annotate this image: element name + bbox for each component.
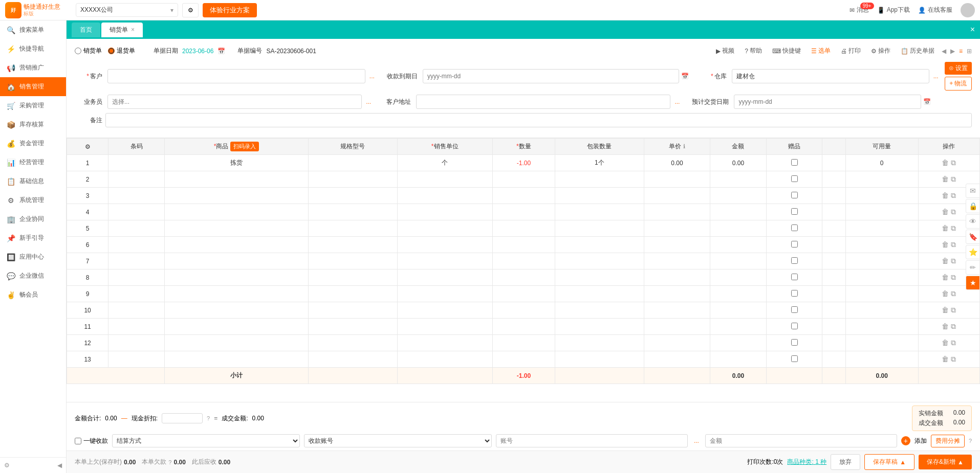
address-dots-btn[interactable]: ...: [672, 98, 682, 105]
delete-row-icon[interactable]: 🗑: [942, 175, 949, 184]
select-order-btn[interactable]: ☰ 选单: [808, 45, 834, 57]
gift-checkbox-11[interactable]: [791, 323, 798, 329]
company-selector[interactable]: XXXXX公司 ▾: [76, 3, 178, 17]
delete-row-icon[interactable]: 🗑: [942, 257, 949, 265]
gift-checkbox-5[interactable]: [791, 224, 798, 231]
due-date-calendar-icon[interactable]: 📅: [681, 73, 689, 80]
add-amount-btn[interactable]: +: [901, 436, 910, 445]
copy-row-icon[interactable]: ⧉: [951, 273, 956, 282]
radio-sale-order[interactable]: 销货单: [75, 47, 102, 55]
trial-button[interactable]: 体验行业方案: [203, 3, 257, 17]
help-btn[interactable]: ? 帮助: [742, 45, 765, 57]
app-download-button[interactable]: 📱 App下载: [877, 6, 910, 14]
sidebar-item-finance[interactable]: 💰 资金管理: [0, 134, 66, 153]
operation-btn[interactable]: ⚙ 操作: [868, 45, 894, 57]
account-dots-btn[interactable]: ...: [692, 437, 701, 444]
delete-row-icon[interactable]: 🗑: [942, 240, 949, 249]
gift-checkbox-13[interactable]: [791, 355, 798, 362]
print-btn[interactable]: 🖨 打印: [838, 45, 864, 57]
customer-address-input[interactable]: [416, 95, 670, 109]
copy-row-icon[interactable]: ⧉: [951, 208, 956, 216]
gift-checkbox-1[interactable]: [791, 159, 798, 166]
account-no-input[interactable]: [496, 434, 688, 447]
gift-checkbox-6[interactable]: [791, 241, 798, 247]
th-settings[interactable]: ⚙: [67, 139, 108, 155]
gift-checkbox-9[interactable]: [791, 290, 798, 297]
gift-checkbox-12[interactable]: [791, 339, 798, 346]
float-lock-btn[interactable]: 🔒: [966, 199, 980, 213]
sidebar-item-quick-nav[interactable]: ⚡ 快捷导航: [0, 39, 66, 58]
remarks-input[interactable]: [105, 113, 972, 127]
copy-row-icon[interactable]: ⧉: [951, 355, 956, 364]
settings-btn[interactable]: ⊙ 设置: [945, 62, 972, 75]
expected-date-input[interactable]: [734, 95, 921, 109]
salesperson-dots-btn[interactable]: ...: [364, 98, 373, 105]
sidebar-collapse-icon[interactable]: ◀: [57, 462, 62, 469]
sidebar-item-newbie[interactable]: 📌 新手引导: [0, 229, 66, 247]
gift-checkbox-3[interactable]: [791, 192, 798, 198]
float-message-btn[interactable]: ✉: [966, 184, 980, 198]
tab-home[interactable]: 首页: [72, 22, 100, 37]
sidebar-item-app-center[interactable]: 🔲 应用中心: [0, 247, 66, 266]
sidebar-item-wechat[interactable]: 💬 企业微信: [0, 266, 66, 285]
calendar-icon[interactable]: 📅: [217, 48, 225, 55]
sidebar-item-enterprise[interactable]: 🏢 企业协同: [0, 210, 66, 229]
close-all-tabs-icon[interactable]: ×: [970, 25, 975, 34]
customer-dots-btn[interactable]: ...: [367, 73, 377, 80]
save-new-button[interactable]: 保存&新增 ▲: [919, 455, 972, 469]
account-select[interactable]: 收款账号: [304, 434, 492, 447]
amount-input[interactable]: [705, 434, 897, 447]
salesperson-input[interactable]: [107, 95, 362, 109]
cash-discount-input[interactable]: [162, 413, 203, 423]
sidebar-item-system[interactable]: ⚙ 系统管理: [0, 191, 66, 210]
discard-button[interactable]: 放弃: [831, 454, 860, 470]
discount-info-icon[interactable]: ?: [207, 415, 210, 421]
one-click-pay-checkbox[interactable]: [75, 438, 81, 444]
tab-sales-order[interactable]: 销货单 ×: [101, 22, 143, 37]
delete-row-icon[interactable]: 🗑: [942, 339, 949, 347]
due-info-icon[interactable]: ?: [168, 459, 171, 465]
sidebar-item-purchase[interactable]: 🛒 采购管理: [0, 96, 66, 115]
sidebar-item-operation[interactable]: 📊 经营管理: [0, 153, 66, 172]
warehouse-dots-btn[interactable]: ...: [931, 73, 941, 80]
list-view-icon[interactable]: ≡: [959, 48, 963, 55]
delete-row-icon[interactable]: 🗑: [942, 159, 949, 167]
avatar[interactable]: [961, 3, 975, 17]
delete-row-icon[interactable]: 🗑: [942, 191, 949, 200]
sidebar-item-sales[interactable]: 🏠 销售管理: [0, 77, 66, 96]
calc-method-select[interactable]: 结算方式: [112, 434, 300, 447]
shortcut-btn[interactable]: ⌨ 快捷键: [769, 45, 804, 57]
float-edit-btn[interactable]: ✏: [966, 260, 980, 275]
delete-row-icon[interactable]: 🗑: [942, 289, 949, 298]
tab-close-icon[interactable]: ×: [131, 26, 135, 33]
delete-row-icon[interactable]: 🗑: [942, 273, 949, 282]
save-draft-button[interactable]: 保存草稿 ▲: [864, 454, 914, 470]
online-service-button[interactable]: 👤 在线客服: [918, 6, 952, 14]
gift-checkbox-2[interactable]: [791, 175, 798, 182]
settings-icon[interactable]: ⚙: [182, 3, 199, 17]
product-type-link[interactable]: 商品种类: 1 种: [787, 458, 826, 466]
delete-row-icon[interactable]: 🗑: [942, 224, 949, 233]
sidebar-item-search[interactable]: 🔍 搜索菜单: [0, 20, 66, 39]
copy-row-icon[interactable]: ⧉: [951, 339, 956, 347]
next-icon[interactable]: ▶: [950, 48, 955, 55]
gift-checkbox-8[interactable]: [791, 274, 798, 280]
copy-row-icon[interactable]: ⧉: [951, 159, 956, 167]
message-button[interactable]: ✉ 消息 99+: [850, 6, 869, 14]
sidebar-item-basic-info[interactable]: 📋 基础信息: [0, 172, 66, 191]
due-date-input[interactable]: [423, 69, 679, 83]
gift-checkbox-7[interactable]: [791, 257, 798, 264]
copy-row-icon[interactable]: ⧉: [951, 257, 956, 265]
expense-info-icon[interactable]: ?: [969, 438, 972, 444]
grid-view-icon[interactable]: ⊞: [967, 48, 972, 55]
gift-checkbox-10[interactable]: [791, 306, 798, 313]
history-btn[interactable]: 📋 历史单据: [898, 45, 938, 57]
delete-row-icon[interactable]: 🗑: [942, 208, 949, 216]
copy-row-icon[interactable]: ⧉: [951, 289, 956, 298]
scan-btn[interactable]: 扫码录入: [230, 142, 259, 151]
customer-input[interactable]: [107, 69, 365, 83]
float-star-btn[interactable]: ⭐: [966, 245, 980, 259]
copy-row-icon[interactable]: ⧉: [951, 322, 956, 331]
sidebar-item-inventory[interactable]: 📦 库存核算: [0, 115, 66, 134]
float-eye-btn[interactable]: 👁: [966, 214, 980, 229]
